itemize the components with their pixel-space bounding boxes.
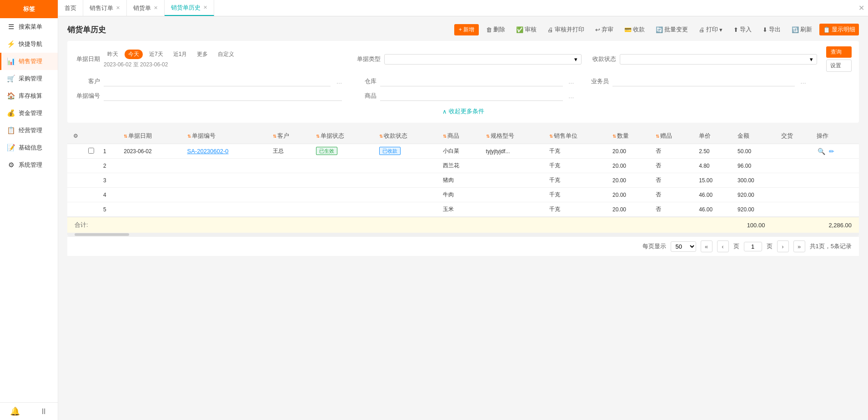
sidebar-item-basic-info[interactable]: 📝 基础信息: [0, 139, 58, 156]
close-sales-history-icon[interactable]: ✕: [203, 5, 207, 10]
tab-sales-history[interactable]: 销货单历史 ✕: [165, 0, 214, 16]
print-dropdown-icon: ▾: [719, 26, 722, 33]
page-label-before: 页: [733, 242, 739, 250]
page-size-label: 每页显示: [642, 242, 666, 250]
tab-home-label: 首页: [65, 4, 76, 12]
unit-price: 4.80: [694, 159, 733, 173]
refresh-button[interactable]: 🔃 刷新: [788, 24, 816, 35]
doc-status-badge: 已生效: [316, 147, 337, 155]
last-page-button[interactable]: »: [793, 240, 805, 252]
tab-home[interactable]: 首页: [58, 0, 83, 16]
close-sales-order-icon[interactable]: ✕: [116, 5, 120, 11]
date-tab-yesterday[interactable]: 昨天: [104, 50, 122, 59]
col-unit[interactable]: ⇅销售单位: [545, 128, 608, 144]
sidebar-item-operation[interactable]: 📋 经营管理: [0, 122, 58, 139]
col-qty[interactable]: ⇅数量: [608, 128, 651, 144]
collapse-button[interactable]: ∧ 收起更多条件: [75, 105, 852, 117]
sidebar-item-search-menu[interactable]: ☰ 搜索菜单: [0, 18, 58, 35]
col-customer[interactable]: ⇅客户: [268, 128, 311, 144]
col-spec[interactable]: ⇅规格型号: [482, 128, 545, 144]
col-doc-no[interactable]: ⇅单据编号: [183, 128, 269, 144]
row-no: 4: [99, 188, 119, 202]
pause-icon[interactable]: ⏸: [40, 407, 48, 416]
show-detail-button[interactable]: 📋 显示明细: [819, 24, 859, 35]
doc-no-input[interactable]: [104, 91, 342, 101]
table-row: 4 牛肉 千克 20.00 否 46.00 920.00: [67, 188, 859, 202]
tabs-close-all[interactable]: ✕: [858, 4, 868, 12]
sidebar-item-finance[interactable]: 💰 资金管理: [0, 105, 58, 122]
view-action-icon[interactable]: 🔍: [818, 148, 825, 155]
query-button[interactable]: 查询: [826, 46, 852, 58]
batch-change-button[interactable]: 🔄 批量变更: [652, 24, 692, 35]
quick-nav-icon: ⚡: [7, 40, 15, 48]
customer-input[interactable]: [104, 76, 331, 86]
date-tab-today[interactable]: 今天: [125, 50, 143, 59]
audit-button[interactable]: ✅ 审核: [512, 24, 540, 35]
staff-picker-icon[interactable]: …: [800, 78, 806, 85]
sidebar-item-inventory[interactable]: 🏠 库存核算: [0, 87, 58, 105]
next-page-button[interactable]: ›: [777, 240, 789, 252]
prev-page-button[interactable]: ‹: [717, 240, 729, 252]
sidebar-item-quick-nav[interactable]: ⚡ 快捷导航: [0, 35, 58, 53]
table-row: 1 2023-06-02 SA-20230602-0 王总 已生效 已收款 小白…: [67, 144, 859, 159]
col-goods[interactable]: ⇅商品: [438, 128, 482, 144]
doc-status: [311, 202, 375, 217]
collect-status: [375, 173, 438, 188]
sidebar-item-sales-mgmt[interactable]: 📊 销售管理: [0, 53, 58, 70]
collect-button[interactable]: 💳 收款: [621, 24, 648, 35]
staff-input[interactable]: [612, 76, 795, 86]
warehouse-picker-icon[interactable]: …: [568, 78, 574, 85]
new-button[interactable]: + 新增: [454, 24, 479, 35]
date-tab-1month[interactable]: 近1月: [170, 50, 191, 59]
delete-button[interactable]: 🗑 删除: [482, 24, 509, 35]
audit-print-icon: 🖨: [547, 26, 553, 33]
settings-button[interactable]: 设置: [826, 60, 852, 72]
print-button[interactable]: 🖨 打印 ▾: [695, 24, 726, 35]
collect-status-select[interactable]: ▾: [620, 54, 817, 65]
page-size-select[interactable]: 50 20 100: [671, 241, 696, 252]
gift: 否: [651, 159, 694, 173]
collect-status: [375, 188, 438, 202]
doc-status: 已生效: [311, 144, 375, 159]
sidebar-item-purchase-mgmt[interactable]: 🛒 采购管理: [0, 70, 58, 87]
date-tab-more[interactable]: 更多: [193, 50, 211, 59]
collapse-label: 收起更多条件: [449, 107, 484, 115]
customer-picker-icon[interactable]: …: [336, 78, 342, 85]
col-gear[interactable]: ⚙: [67, 128, 84, 144]
col-doc-date[interactable]: ⇅单据日期: [119, 128, 182, 144]
row-checkbox[interactable]: [84, 144, 99, 159]
export-button[interactable]: ⬇ 导出: [759, 24, 784, 35]
col-gift[interactable]: ⇅赠品: [651, 128, 694, 144]
unit: 千克: [545, 173, 608, 188]
tab-sales-goods[interactable]: 销货单 ✕: [127, 0, 165, 16]
goods-picker-icon[interactable]: …: [568, 93, 574, 100]
doc-no-link[interactable]: SA-20230602-0: [187, 148, 229, 155]
doc-no: [183, 202, 269, 217]
goods-input[interactable]: [380, 91, 562, 101]
collect-status: [375, 159, 438, 173]
audit-print-button[interactable]: 🖨 审核并打印: [544, 24, 588, 35]
page-number-input[interactable]: [744, 242, 762, 251]
horizontal-scrollbar[interactable]: [67, 233, 859, 236]
first-page-button[interactable]: «: [701, 240, 712, 252]
customer-field: 客户 …: [75, 76, 342, 86]
date-tab-7days[interactable]: 近7天: [146, 50, 167, 59]
col-doc-status[interactable]: ⇅单据状态: [311, 128, 375, 144]
date-tab-custom[interactable]: 自定义: [214, 50, 238, 59]
abandon-button[interactable]: ↩ 弃审: [592, 24, 617, 35]
scrollbar-thumb[interactable]: [75, 233, 129, 236]
tab-sales-order[interactable]: 销售订单 ✕: [83, 0, 127, 16]
warehouse-input[interactable]: [380, 76, 562, 86]
import-button[interactable]: ⬆ 导入: [730, 24, 755, 35]
sales-mgmt-icon: 📊: [7, 57, 15, 65]
data-table-wrapper: ⚙ ⇅单据日期 ⇅单据编号 ⇅客户 ⇅单据状态 ⇅收款状态 ⇅商品 ⇅规格型号 …: [67, 128, 859, 236]
qty: 20.00: [608, 159, 651, 173]
col-collect-status[interactable]: ⇅收款状态: [375, 128, 438, 144]
doc-type-select[interactable]: ▾: [384, 54, 582, 65]
notification-icon[interactable]: 🔔: [10, 406, 20, 416]
close-sales-goods-icon[interactable]: ✕: [154, 5, 158, 11]
edit-action-icon[interactable]: ✏: [829, 148, 834, 155]
sidebar-item-label: 系统管理: [19, 161, 42, 169]
sidebar-item-sys-mgmt[interactable]: ⚙ 系统管理: [0, 156, 58, 174]
unit-price: 46.00: [694, 188, 733, 202]
